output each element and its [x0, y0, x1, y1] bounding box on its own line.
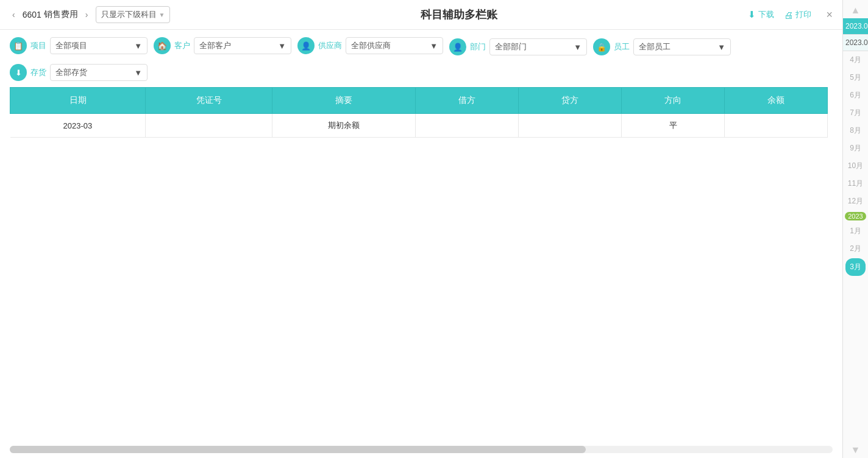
sidebar-month-3[interactable]: 3月	[845, 258, 866, 276]
sub-account-chevron-icon: ▼	[159, 12, 165, 18]
sidebar-month-6[interactable]: 6月	[843, 86, 868, 104]
account-code: 6601	[23, 10, 41, 19]
table-header-row: 日期 凭证号 摘要 借方 贷方 方向 余额	[10, 88, 828, 114]
employee-icon: 🔒	[593, 38, 610, 55]
close-button[interactable]: ×	[826, 9, 833, 21]
col-credit: 贷方	[519, 88, 622, 114]
project-label: 项目	[30, 40, 46, 51]
account-tag: 6601 销售费用	[23, 9, 78, 20]
ledger-table: 日期 凭证号 摘要 借方 贷方 方向 余额 2023-03 期初余额 平	[10, 87, 828, 138]
project-icon: 📋	[10, 37, 27, 54]
employee-value: 全部员工	[639, 41, 671, 52]
department-filter-item: 👤 部门 全部部门 ▼	[449, 38, 587, 55]
cell-credit	[519, 114, 622, 138]
supplier-chevron-icon: ▼	[430, 41, 438, 51]
cell-date: 2023-03	[10, 114, 146, 138]
project-select[interactable]: 全部项目 ▼	[50, 37, 148, 54]
horizontal-scrollbar[interactable]	[10, 446, 833, 453]
cell-balance	[725, 114, 828, 138]
next-account-button[interactable]: ›	[83, 9, 91, 21]
sidebar-month-10[interactable]: 10月	[843, 157, 868, 175]
sidebar-down-button[interactable]: ▼	[848, 442, 863, 458]
supplier-filter-item: 👤 供应商 全部供应商 ▼	[297, 37, 443, 54]
filter-section: 📋 项目 全部项目 ▼ 🏠 客户 全部客户 ▼ 👤 供应商 全部供应商 ▼	[0, 30, 842, 87]
sidebar-month-7[interactable]: 7月	[843, 104, 868, 122]
right-sidebar: ▲ 2023.03 2023.03 4月 5月 6月 7月 8月 9月 10月 …	[842, 0, 868, 458]
department-value: 全部部门	[495, 41, 527, 52]
employee-chevron-icon: ▼	[717, 43, 725, 52]
sidebar-month-top-2[interactable]: 2023.03	[843, 35, 868, 51]
cell-voucher	[146, 114, 272, 138]
download-label: 下载	[758, 9, 774, 20]
sidebar-month-11[interactable]: 11月	[843, 175, 868, 192]
sidebar-month-12[interactable]: 12月	[843, 192, 868, 210]
sidebar-month-top-1[interactable]: 2023.03	[843, 18, 868, 35]
col-balance: 余额	[725, 88, 828, 114]
page-title: 科目辅助多栏账	[175, 7, 743, 22]
supplier-value: 全部供应商	[351, 40, 391, 51]
project-filter-item: 📋 项目 全部项目 ▼	[10, 37, 148, 54]
department-chevron-icon: ▼	[574, 43, 582, 52]
inventory-value: 全部存货	[55, 67, 87, 78]
supplier-label: 供应商	[318, 40, 342, 51]
col-direction: 方向	[622, 88, 725, 114]
inventory-chevron-icon: ▼	[134, 68, 142, 77]
employee-label: 员工	[614, 41, 630, 52]
customer-filter-item: 🏠 客户 全部客户 ▼	[154, 37, 291, 54]
col-debit: 借方	[416, 88, 519, 114]
sidebar-month-1[interactable]: 1月	[843, 222, 868, 240]
supplier-select[interactable]: 全部供应商 ▼	[346, 37, 443, 54]
sidebar-month-4[interactable]: 4月	[843, 51, 868, 69]
sidebar-month-2[interactable]: 2月	[843, 240, 868, 258]
account-name: 销售费用	[44, 9, 78, 20]
print-button[interactable]: 🖨 打印	[784, 9, 811, 20]
top-bar: ‹ 6601 销售费用 › 只显示下级科目 ▼ 科目辅助多栏账 ⬇ 下载 🖨 打…	[0, 0, 842, 30]
print-label: 打印	[795, 9, 811, 20]
sidebar-month-top-2-label: 2023.03	[845, 38, 868, 47]
col-voucher: 凭证号	[146, 88, 272, 114]
customer-select[interactable]: 全部客户 ▼	[194, 37, 291, 54]
inventory-icon: ⬇	[10, 64, 27, 81]
project-chevron-icon: ▼	[134, 41, 142, 51]
inventory-label: 存货	[30, 67, 46, 78]
download-icon: ⬇	[748, 9, 756, 20]
table-wrapper: 日期 凭证号 摘要 借方 贷方 方向 余额 2023-03 期初余额 平	[0, 87, 842, 446]
prev-account-button[interactable]: ‹	[10, 9, 18, 21]
col-summary: 摘要	[272, 88, 415, 114]
action-buttons: ⬇ 下载 🖨 打印 ×	[748, 9, 833, 21]
department-icon: 👤	[449, 38, 466, 55]
customer-icon: 🏠	[154, 37, 171, 54]
project-value: 全部项目	[55, 40, 87, 51]
inventory-select[interactable]: 全部存货 ▼	[50, 64, 148, 81]
print-icon: 🖨	[784, 10, 793, 20]
sub-account-filter-label: 只显示下级科目	[101, 9, 157, 20]
sidebar-up-button[interactable]: ▲	[848, 2, 863, 18]
cell-debit	[416, 114, 519, 138]
download-button[interactable]: ⬇ 下载	[748, 9, 774, 20]
department-label: 部门	[470, 41, 486, 52]
cell-direction: 平	[622, 114, 725, 138]
supplier-icon: 👤	[297, 37, 315, 54]
customer-value: 全部客户	[199, 40, 231, 51]
scrollbar-thumb	[10, 446, 586, 453]
inventory-filter-item: ⬇ 存货 全部存货 ▼	[10, 64, 148, 81]
sidebar-month-9[interactable]: 9月	[843, 139, 868, 157]
sidebar-month-top-1-label: 2023.03	[845, 22, 868, 30]
department-select[interactable]: 全部部门 ▼	[489, 38, 587, 55]
table-row: 2023-03 期初余额 平	[10, 114, 828, 138]
employee-filter-item: 🔒 员工 全部员工 ▼	[593, 38, 731, 55]
col-date: 日期	[10, 88, 146, 114]
cell-summary: 期初余额	[272, 114, 415, 138]
sub-account-filter[interactable]: 只显示下级科目 ▼	[96, 6, 171, 23]
sidebar-month-5[interactable]: 5月	[843, 69, 868, 86]
sidebar-month-8[interactable]: 8月	[843, 122, 868, 139]
customer-label: 客户	[174, 40, 190, 51]
customer-chevron-icon: ▼	[278, 41, 286, 51]
employee-select[interactable]: 全部员工 ▼	[633, 38, 731, 55]
year-badge: 2023	[845, 212, 866, 220]
